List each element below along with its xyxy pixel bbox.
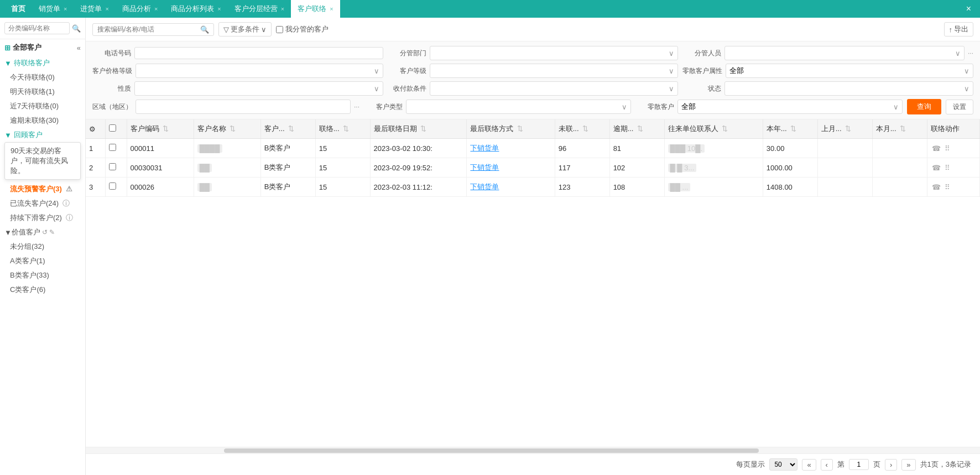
refresh-icon[interactable]: ↺ — [42, 228, 48, 236]
more-icon[interactable]: ··· — [354, 103, 359, 111]
col-uncontact[interactable]: 未联... ⇅ — [555, 119, 609, 139]
filter-select-customer-level[interactable]: ∨ — [430, 64, 679, 78]
query-button[interactable]: 查询 — [907, 99, 941, 114]
select-all-checkbox[interactable] — [109, 124, 116, 132]
more-actions-icon[interactable]: ⠿ — [945, 183, 950, 191]
col-name[interactable]: 客户名称 ⇅ — [194, 119, 260, 139]
row-this-year: 30.00 — [763, 139, 817, 158]
col-settings[interactable]: ⚙ — [86, 119, 106, 139]
collapse-icon[interactable]: « — [77, 44, 81, 52]
chevron-down-icon: ∨ — [964, 85, 969, 93]
filter-select-retail-customer[interactable]: 全部 ∨ — [677, 100, 903, 114]
more-actions-icon[interactable]: ⠿ — [945, 164, 950, 172]
sidebar-item-class-a[interactable]: A类客户(1) — [0, 254, 85, 268]
my-customers-checkbox[interactable] — [276, 26, 283, 33]
contact-icon[interactable]: ☎ — [932, 164, 941, 172]
sidebar: 🔍 ⊞ 全部客户 « ▼ 待联络客户 今天待联络(0) 明天待联络(1) 近7天… — [0, 18, 86, 475]
sidebar-section-value[interactable]: ▼ 价值客户 ↺ ✎ — [0, 225, 85, 239]
sort-icon: ⇅ — [722, 124, 728, 133]
close-icon[interactable]: × — [154, 6, 158, 12]
sidebar-all-customers[interactable]: ⊞ 全部客户 « — [0, 39, 85, 56]
row-this-year: 1000.00 — [763, 158, 817, 178]
sidebar-item-churned[interactable]: 已流失客户(24) ⓘ — [0, 196, 85, 211]
sidebar-search-input[interactable] — [4, 22, 70, 34]
sidebar-search-icon[interactable]: 🔍 — [72, 24, 81, 33]
col-contact[interactable]: 联络... ⇅ — [315, 119, 370, 139]
scrollbar[interactable] — [86, 447, 980, 453]
edit-icon[interactable]: ✎ — [49, 228, 55, 236]
tab-customer-tier[interactable]: 客户分层经营 × — [228, 0, 291, 18]
row-last-way[interactable]: 下销货单 — [467, 158, 555, 178]
col-type[interactable]: 客户... ⇅ — [260, 119, 315, 139]
filter-select-payment[interactable]: ∨ — [430, 81, 679, 96]
row-checkbox[interactable] — [106, 178, 127, 197]
close-icon[interactable]: × — [330, 6, 333, 12]
sidebar-item-class-b[interactable]: B类客户(33) — [0, 268, 85, 283]
row-last-way[interactable]: 下销货单 — [467, 178, 555, 197]
close-icon[interactable]: × — [281, 6, 284, 12]
filter-select-dept[interactable]: ∨ — [430, 46, 679, 60]
tab-home[interactable]: 首页 — [4, 0, 32, 18]
row-checkbox[interactable] — [106, 139, 127, 158]
row-index: 1 — [86, 139, 106, 158]
col-contact-person[interactable]: 往来单位联系人 ⇅ — [664, 119, 763, 139]
contact-icon[interactable]: ☎ — [932, 183, 941, 191]
close-icon[interactable]: × — [64, 6, 67, 12]
row-checkbox[interactable] — [106, 158, 127, 178]
sidebar-item-today[interactable]: 今天待联络(0) — [0, 70, 85, 85]
sidebar-section-review[interactable]: ▼ 回顾客户 — [0, 128, 85, 142]
search-icon[interactable]: 🔍 — [200, 25, 209, 34]
more-conditions-button[interactable]: ▽ 更多条件 ∨ — [218, 22, 272, 36]
tab-product-list[interactable]: 商品分析列表 × — [164, 0, 227, 18]
contact-icon[interactable]: ☎ — [932, 144, 941, 153]
last-page-button[interactable]: » — [901, 459, 915, 471]
row-contact: 15 — [315, 158, 370, 178]
sidebar-section-pending[interactable]: ▼ 待联络客户 — [0, 56, 85, 70]
filter-select-price[interactable]: ∨ — [135, 64, 383, 78]
row-last-way[interactable]: 下销货单 — [467, 139, 555, 158]
first-page-button[interactable]: « — [802, 459, 816, 471]
col-checkbox[interactable] — [106, 119, 127, 139]
chevron-down-icon: ∨ — [669, 67, 674, 75]
export-button[interactable]: ↑ 导出 — [944, 22, 974, 36]
grid-icon: ⊞ — [4, 44, 11, 52]
prev-page-button[interactable]: ‹ — [821, 459, 833, 471]
more-actions-icon[interactable]: ⠿ — [945, 144, 950, 153]
search-input[interactable] — [97, 25, 200, 33]
page-input[interactable] — [849, 459, 869, 470]
col-last-month[interactable]: 上月... ⇅ — [817, 119, 872, 139]
col-overdue[interactable]: 逾期... ⇅ — [609, 119, 664, 139]
filter-select-customer-type[interactable]: ∨ — [406, 100, 631, 114]
next-page-button[interactable]: › — [885, 459, 897, 471]
col-code[interactable]: 客户编码 ⇅ — [127, 119, 194, 139]
col-this-month[interactable]: 本月... ⇅ — [872, 119, 927, 139]
sidebar-item-7days[interactable]: 近7天待联络(0) — [0, 99, 85, 113]
tab-product-analysis[interactable]: 商品分析 × — [116, 0, 164, 18]
col-last-date[interactable]: 最后联络日期 ⇅ — [370, 119, 467, 139]
more-icon[interactable]: ··· — [968, 49, 973, 57]
settings-button[interactable]: 设置 — [946, 100, 973, 114]
sidebar-item-overdue[interactable]: 逾期未联络(30) — [0, 113, 85, 128]
col-last-way[interactable]: 最后联络方式 ⇅ — [467, 119, 555, 139]
filter-select-region[interactable] — [135, 100, 351, 114]
sidebar-item-tomorrow[interactable]: 明天待联络(1) — [0, 85, 85, 99]
tab-sales[interactable]: 销货单 × — [32, 0, 74, 18]
nav-close-button[interactable]: × — [962, 4, 976, 14]
tab-customer-contact[interactable]: 客户联络 × — [291, 0, 340, 18]
sidebar-item-ungrouped[interactable]: 未分组(32) — [0, 239, 85, 254]
filter-input-phone[interactable] — [134, 47, 383, 59]
filter-select-nature[interactable]: ∨ — [134, 81, 383, 96]
sidebar-item-class-c[interactable]: C类客户(6) — [0, 283, 85, 297]
filter-select-status[interactable]: ∨ — [724, 81, 973, 96]
filter-select-person[interactable]: ∨ — [724, 46, 965, 60]
filter-select-retail[interactable]: 全部 ∨ — [726, 64, 973, 78]
settings-gear[interactable]: ⚙ — [89, 125, 96, 133]
per-page-select[interactable]: 50 100 — [769, 458, 797, 471]
col-this-year[interactable]: 本年... ⇅ — [763, 119, 817, 139]
tab-purchase[interactable]: 进货单 × — [74, 0, 115, 18]
sidebar-item-churn-warning[interactable]: 流失预警客户(3) ⚠ — [0, 182, 85, 196]
close-icon[interactable]: × — [105, 6, 108, 12]
sidebar-item-declining[interactable]: 持续下滑客户(2) ⓘ — [0, 211, 85, 225]
close-icon[interactable]: × — [217, 6, 221, 12]
chevron-down-icon: ∨ — [622, 103, 627, 111]
